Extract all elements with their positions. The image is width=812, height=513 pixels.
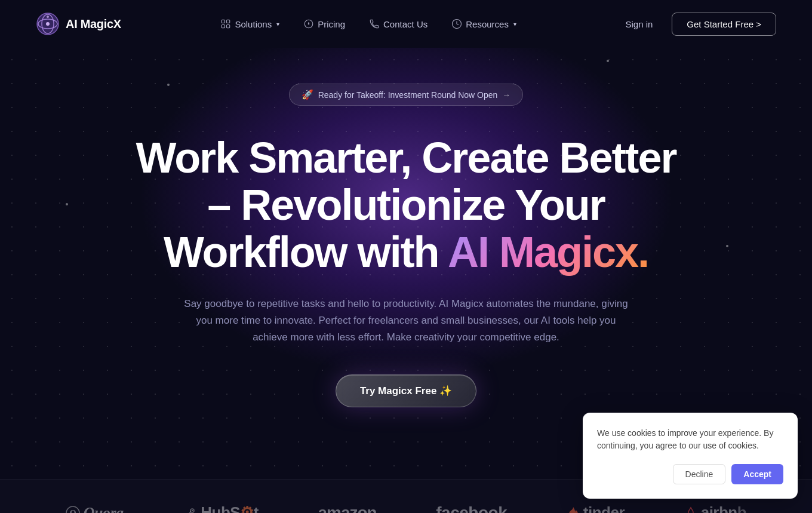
announcement-badge[interactable]: 🚀 Ready for Takeoff: Investment Round No…: [289, 84, 524, 106]
svg-point-11: [308, 23, 309, 24]
cookie-message: We use cookies to improve your experienc…: [597, 427, 783, 452]
pricing-icon: [303, 19, 314, 29]
decline-button[interactable]: Decline: [673, 464, 726, 484]
svg-text:Q: Q: [70, 509, 76, 513]
facebook-label: facebook: [436, 503, 507, 513]
brand-hubspot: HubS⚙t: [183, 503, 259, 513]
rocket-icon: 🚀: [302, 89, 313, 100]
nav-links: Solutions ▾ Pricing Contact Us Resources…: [211, 14, 525, 34]
nav-contact[interactable]: Contact Us: [359, 14, 437, 34]
accept-button[interactable]: Accept: [731, 464, 783, 484]
airbnb-icon: [684, 506, 697, 513]
quora-icon: Q: [66, 506, 80, 513]
nav-actions: Sign in Get Started Free >: [616, 13, 776, 36]
brand-tinder: tinder: [567, 503, 625, 513]
logo-text: AI MagicX: [66, 17, 121, 31]
logo-icon: [36, 12, 60, 36]
svg-rect-5: [222, 20, 225, 23]
cookie-banner: We use cookies to improve your experienc…: [583, 413, 798, 499]
quora-label: Quora: [84, 504, 124, 513]
svg-point-3: [46, 22, 50, 26]
brand-quora: Q Quora: [66, 504, 124, 513]
svg-rect-7: [222, 25, 225, 28]
get-started-button[interactable]: Get Started Free >: [672, 13, 776, 36]
contact-icon: [369, 19, 380, 29]
brand-amazon: amazon: [318, 503, 376, 513]
svg-point-17: [192, 510, 193, 511]
tinder-icon: [567, 506, 580, 513]
badge-arrow: →: [502, 90, 510, 100]
navbar: AI MagicX Solutions ▾ Pricing: [0, 0, 812, 48]
nav-resources[interactable]: Resources ▾: [442, 14, 526, 34]
resources-chevron: ▾: [513, 21, 516, 27]
svg-rect-8: [227, 25, 230, 28]
hubspot-label: HubS⚙t: [201, 503, 259, 513]
dot-3: [607, 60, 609, 62]
cta-button[interactable]: Try Magicx Free ✨: [336, 374, 476, 407]
badge-text: Ready for Takeoff: Investment Round Now …: [318, 90, 498, 100]
amazon-label: amazon: [318, 503, 376, 513]
tinder-label: tinder: [583, 503, 625, 513]
cookie-actions: Decline Accept: [597, 464, 783, 484]
solutions-icon: [220, 19, 231, 29]
sign-in-link[interactable]: Sign in: [616, 14, 662, 34]
hero-subtext: Say goodbye to repetitive tasks and hell…: [179, 296, 633, 346]
hero-content: 🚀 Ready for Takeoff: Investment Round No…: [48, 84, 764, 407]
brand-airbnb: airbnb: [684, 503, 746, 513]
hero-heading: Work Smarter, Create Better – Revolution…: [48, 134, 764, 277]
resources-icon: [451, 19, 462, 29]
nav-pricing[interactable]: Pricing: [294, 14, 355, 34]
nav-solutions[interactable]: Solutions ▾: [211, 14, 289, 34]
airbnb-label: airbnb: [701, 503, 746, 513]
logo[interactable]: AI MagicX: [36, 12, 121, 36]
solutions-chevron: ▾: [276, 21, 279, 27]
svg-point-4: [47, 16, 49, 18]
brand-facebook: facebook: [436, 503, 507, 513]
svg-rect-6: [227, 20, 230, 23]
hubspot-icon: [183, 506, 197, 513]
